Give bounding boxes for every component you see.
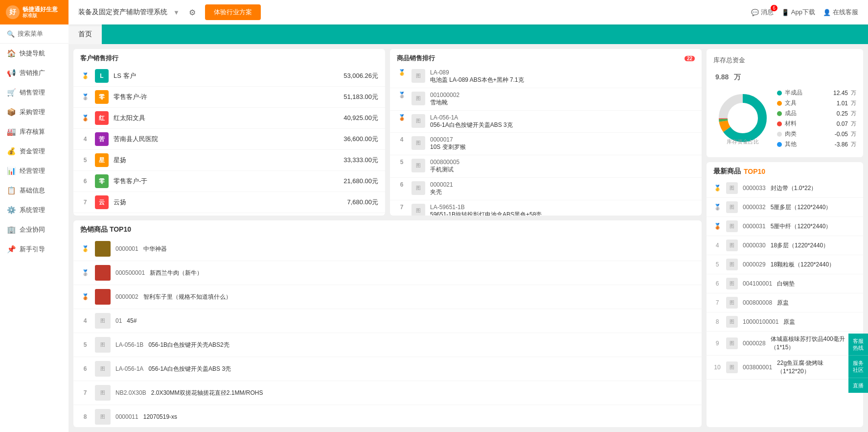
newest-product-code: 0000030 — [743, 242, 766, 249]
legend-unit: 万 — [851, 120, 856, 127]
sidebar-nav: 🏠快捷导航📢营销推广🛒销售管理📦采购管理🏭库存核算💰资金管理📊经营管理📋基础信息… — [0, 44, 69, 259]
hot-product-code: NB2.0X30B — [115, 389, 146, 396]
hot-product-code: 0000011 — [115, 413, 138, 420]
hot-product-name: 45# — [127, 317, 695, 324]
nav-icon-shortcut: 🏠 — [7, 49, 16, 58]
legend-value: 0.25 — [837, 110, 848, 117]
newest-product-name: 5厘中纤（1220*2440） — [771, 222, 856, 231]
rank-avatar: 苦 — [95, 132, 109, 146]
newest-product-item: 🥈 图 0000032 5厘多层（1220*2440） — [707, 198, 863, 217]
sidebar-item-enterprise[interactable]: 🏢企业协同 — [0, 220, 69, 240]
nav-label-enterprise: 企业协同 — [20, 225, 45, 234]
search-label: 搜索菜单 — [18, 29, 43, 38]
topbar: 装备及固定资产辅助管理系统 ▼ ⚙ 体验行业方案 💬 消息 6 📱 App下载 … — [69, 0, 868, 24]
newest-product-item: 10 图 003800001 22g鱼豆腐·烧烤味（1*12*20） — [707, 356, 863, 380]
nav-icon-purchase: 📦 — [7, 108, 16, 117]
rank-value: 33,333.00元 — [343, 156, 378, 165]
rank-name: LS 客户 — [114, 72, 339, 80]
sidebar-item-shortcut[interactable]: 🏠快捷导航 — [0, 44, 69, 63]
newest-product-item: 8 图 10000100001 原盅 — [707, 312, 863, 332]
top-row: 客户销售排行 🥇 L LS 客户 53,006.26元 🥈 零 零售客户-许 5… — [73, 49, 702, 216]
newest-product-code: 10000100001 — [743, 318, 778, 325]
hot-product-code: 000500001 — [115, 269, 145, 276]
legend-dot — [777, 132, 782, 137]
hot-product-name: 新西兰牛肉（新牛） — [150, 269, 695, 277]
product-rank-item: 🥈 图 001000002 雪地靴 — [390, 88, 702, 111]
product-rank-number: 5 — [397, 159, 407, 166]
product-info: LA-089 电池盖 LA-089 ABS本色+黑种 7.1克 — [430, 69, 695, 84]
sidebar-item-newbie[interactable]: 📌新手引导 — [0, 240, 69, 259]
sidebar-item-inventory[interactable]: 🏭库存核算 — [0, 122, 69, 142]
legend-unit: 万 — [851, 141, 856, 148]
product-thumbnail: 图 — [95, 385, 111, 401]
dropdown-icon[interactable]: ▼ — [173, 9, 180, 16]
rank-name: 苦南县人民医院 — [114, 135, 339, 144]
legend-dot — [777, 111, 782, 116]
newest-product-code: 0000031 — [743, 223, 766, 230]
newest-product-item: 7 图 000800008 原盅 — [707, 293, 863, 312]
app-download-button[interactable]: 📱 App下载 — [781, 8, 815, 17]
legend-unit: 万 — [851, 110, 856, 117]
main-area: 装备及固定资产辅助管理系统 ▼ ⚙ 体验行业方案 💬 消息 6 📱 App下载 … — [69, 0, 868, 432]
customer-rank-item: 🥇 L LS 客户 53,006.26元 — [73, 66, 385, 87]
product-info: LA-056-1A 056-1A白色按键开关盖ABS 3克 — [430, 114, 695, 129]
rank-name: 零售客户-于 — [114, 177, 339, 186]
sidebar-item-finance[interactable]: 💰资金管理 — [0, 142, 69, 161]
nav-label-marketing: 营销推广 — [20, 69, 45, 77]
hot-rank-number: 🥈 — [80, 269, 90, 276]
hot-product-code: 01 — [115, 317, 122, 324]
legend-item: 其他 -3.86 万 — [777, 140, 856, 148]
newest-list: 🥇 图 0000033 封边带（1.0*22） 🥈 图 0000032 5厘多层… — [707, 179, 863, 380]
nav-label-sales: 销售管理 — [20, 88, 45, 97]
product-code: LA-59651-1B — [430, 204, 695, 211]
hot-products-card: 热销商品 TOP10 🥇 0000001 中华神器 🥈 000500001 新西… — [73, 220, 702, 427]
product-code: 0000021 — [430, 181, 695, 188]
tab-home[interactable]: 首页 — [69, 24, 102, 44]
newest-product-code: 003800001 — [743, 364, 772, 371]
legend-item: 半成品 12.45 万 — [777, 89, 856, 97]
nav-icon-operation: 📊 — [7, 167, 16, 175]
sidebar-item-sales[interactable]: 🛒销售管理 — [0, 83, 69, 102]
rank-name: 红太阳文具 — [114, 114, 339, 122]
newest-product-item: 6 图 004100001 白钢垫 — [707, 274, 863, 293]
sidebar-search[interactable]: 🔍 搜索菜单 — [0, 24, 69, 44]
legend-dot — [777, 101, 782, 106]
newest-product-code: 0000033 — [743, 185, 766, 192]
float-button-0[interactable]: 客服 热线 — [848, 334, 868, 356]
trial-button[interactable]: 体验行业方案 — [205, 4, 261, 20]
sidebar-item-marketing[interactable]: 📢营销推广 — [0, 63, 69, 83]
float-button-1[interactable]: 服务 社区 — [848, 356, 868, 378]
product-ranking-card: 商品销售排行 22 🥇 图 LA-089 电池盖 LA-089 ABS本色+黑种… — [390, 49, 702, 216]
rank-value: 53,006.26元 — [343, 72, 378, 80]
legend-value: 12.45 — [833, 90, 848, 96]
sidebar-logo: 好 畅捷通好生意 标准版 — [0, 0, 69, 24]
newest-product-code: 004100001 — [743, 280, 772, 287]
product-info: LA-59651-1B 59651-1B旋转投影灯电池盒ABS黑色+58壳 — [430, 204, 695, 216]
newest-product-item: 4 图 0000030 18多层（1220*2440） — [707, 236, 863, 255]
hot-product-item: 8 图 0000011 12070519-xs — [73, 405, 702, 427]
legend-unit: 万 — [851, 99, 856, 107]
rank-number: 6 — [80, 178, 90, 185]
hot-product-item: 🥇 0000001 中华神器 — [73, 237, 702, 261]
rank-value: 36,600.00元 — [343, 135, 378, 144]
customer-rank-item: 5 星 星扬 33,333.00元 — [73, 150, 385, 171]
sidebar-item-purchase[interactable]: 📦采购管理 — [0, 102, 69, 122]
float-button-2[interactable]: 直播 — [848, 378, 868, 393]
sidebar-item-basic[interactable]: 📋基础信息 — [0, 181, 69, 200]
rank-number: 4 — [80, 136, 90, 143]
newest-rank-number: 8 — [713, 318, 721, 325]
newest-rank-number: 7 — [713, 299, 721, 306]
sidebar-item-operation[interactable]: 📊经营管理 — [0, 161, 69, 181]
product-rank-item: 6 图 0000021 夹壳 — [390, 178, 702, 200]
product-thumbnail: 图 — [95, 409, 111, 425]
rank-name: 零售客户-许 — [114, 93, 339, 101]
nav-label-inventory: 库存核算 — [20, 127, 45, 136]
legend-label: 肉类 — [785, 130, 832, 138]
sidebar-item-system[interactable]: ⚙️系统管理 — [0, 200, 69, 220]
notification-button[interactable]: 💬 消息 6 — [751, 8, 774, 17]
product-rank-number: 🥇 — [397, 69, 407, 76]
product-rank-item: 4 图 0000017 10S 变刺罗猴 — [390, 133, 702, 155]
sidebar: 好 畅捷通好生意 标准版 🔍 搜索菜单 🏠快捷导航📢营销推广🛒销售管理📦采购管理… — [0, 0, 69, 432]
online-service-button[interactable]: 👤 在线客服 — [823, 8, 858, 17]
settings-icon[interactable]: ⚙ — [185, 5, 199, 19]
